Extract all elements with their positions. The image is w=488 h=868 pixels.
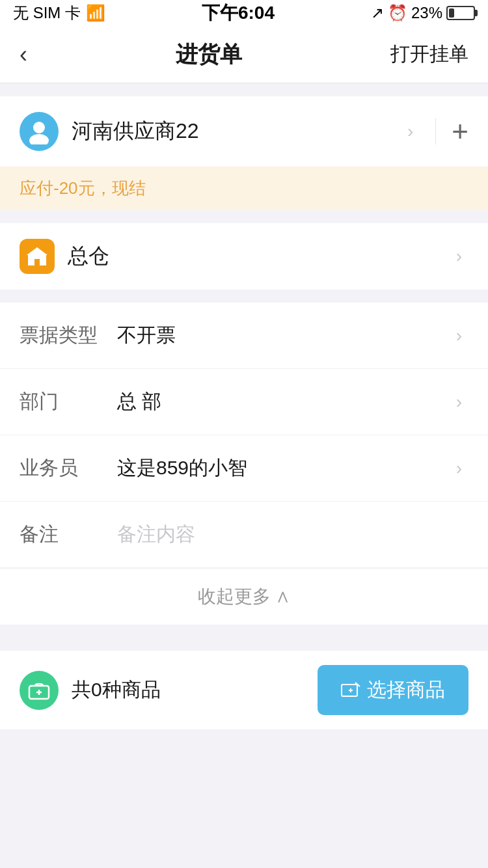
supplier-divider	[435, 118, 436, 144]
supplier-chevron-icon: ›	[407, 121, 413, 142]
department-chevron-icon: ›	[456, 392, 462, 413]
open-pending-button[interactable]: 打开挂单	[390, 41, 468, 68]
supplier-name: 河南供应商22	[72, 117, 407, 146]
remark-input[interactable]: 备注内容	[104, 521, 468, 548]
status-bar: 无 SIM 卡 📶 下午6:04 ↗ ⏰ 23%	[0, 0, 488, 26]
collapse-button[interactable]: 收起更多 ∧	[0, 568, 488, 625]
section-gap-1	[0, 83, 488, 96]
status-left: 无 SIM 卡 📶	[13, 3, 105, 23]
page-title: 进货单	[176, 40, 242, 70]
sales-rep-value: 这是859的小智	[104, 455, 456, 481]
svg-marker-3	[27, 247, 47, 255]
select-product-label: 选择商品	[367, 677, 445, 703]
department-label: 部门	[20, 388, 104, 415]
invoice-type-value: 不开票	[104, 322, 456, 349]
section-gap-4	[0, 625, 488, 638]
supplier-avatar	[20, 112, 59, 151]
supplier-section: 河南供应商22 › + 应付-20元，现结	[0, 96, 488, 210]
warehouse-name: 总仓	[68, 242, 456, 271]
sales-rep-label: 业务员	[20, 455, 104, 481]
supplier-row[interactable]: 河南供应商22 › +	[0, 96, 488, 167]
select-product-button[interactable]: 选择商品	[318, 665, 468, 715]
sales-rep-row[interactable]: 业务员 这是859的小智 ›	[0, 435, 488, 502]
svg-rect-4	[34, 259, 40, 265]
battery-text: 23%	[411, 4, 442, 22]
sales-rep-chevron-icon: ›	[456, 458, 462, 479]
wifi-icon: 📶	[86, 4, 105, 22]
invoice-type-chevron-icon: ›	[456, 325, 462, 346]
section-gap-2	[0, 210, 488, 223]
back-button[interactable]: ‹	[20, 41, 27, 68]
nav-bar: ‹ 进货单 打开挂单	[0, 26, 488, 83]
department-value: 总 部	[104, 388, 456, 415]
svg-point-0	[33, 122, 45, 133]
carrier-text: 无 SIM 卡	[13, 3, 81, 23]
form-section: 票据类型 不开票 › 部门 总 部 › 业务员 这是859的小智 › 备注 备注…	[0, 303, 488, 625]
collapse-label: 收起更多 ∧	[198, 586, 291, 606]
status-right: ↗ ⏰ 23%	[371, 4, 475, 22]
svg-point-1	[29, 134, 49, 144]
status-time: 下午6:04	[202, 1, 275, 25]
warehouse-chevron-icon: ›	[456, 246, 462, 267]
invoice-type-row[interactable]: 票据类型 不开票 ›	[0, 303, 488, 369]
remark-label: 备注	[20, 521, 104, 548]
battery-icon	[446, 6, 475, 20]
product-bar: 共0种商品 选择商品	[0, 651, 488, 729]
warehouse-row[interactable]: 总仓 ›	[0, 223, 488, 290]
remark-row[interactable]: 备注 备注内容	[0, 502, 488, 568]
add-supplier-button[interactable]: +	[452, 115, 468, 148]
warehouse-icon	[20, 239, 55, 274]
section-gap-3	[0, 290, 488, 303]
product-count-label: 共0种商品	[72, 677, 318, 703]
product-icon	[20, 671, 59, 710]
department-row[interactable]: 部门 总 部 ›	[0, 369, 488, 435]
alarm-icon: ⏰	[388, 4, 407, 22]
location-icon: ↗	[371, 4, 384, 22]
notice-bar: 应付-20元，现结	[0, 167, 488, 210]
invoice-type-label: 票据类型	[20, 322, 104, 349]
